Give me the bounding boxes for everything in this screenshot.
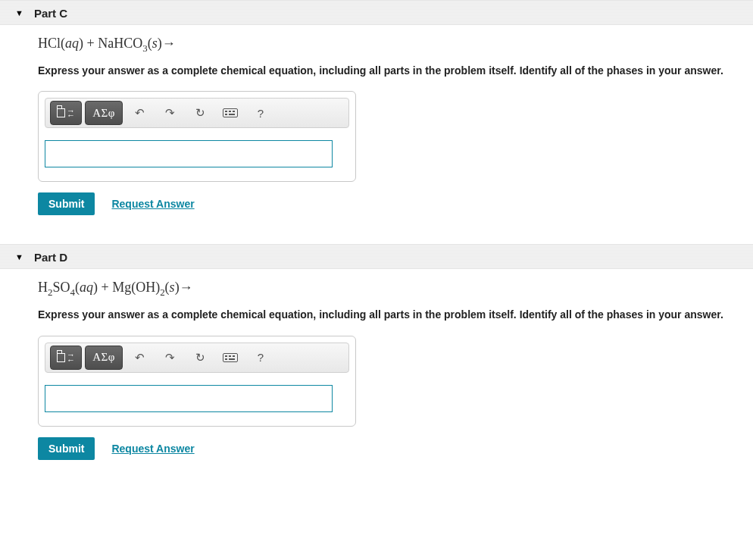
- undo-icon: ↶: [135, 106, 145, 120]
- equation: H2SO4(aq) + Mg(OH)2(s)→: [38, 280, 738, 299]
- instructions: Express your answer as a complete chemic…: [38, 308, 735, 322]
- chem-template-icon: →←: [57, 108, 75, 118]
- part-d-body: H2SO4(aq) + Mg(OH)2(s)→ Express your ans…: [0, 269, 753, 473]
- action-row: Submit Request Answer: [38, 437, 738, 460]
- answer-input-box: →← ΑΣφ ↶ ↷ ↻ ?: [38, 336, 356, 427]
- caret-down-icon: ▼: [15, 9, 23, 17]
- chem-template-icon: →←: [57, 352, 75, 362]
- equation: HCl(aq) + NaHCO3(s)→: [38, 36, 738, 55]
- help-icon: ?: [258, 107, 264, 120]
- action-row: Submit Request Answer: [38, 192, 738, 215]
- request-answer-link[interactable]: Request Answer: [111, 443, 194, 455]
- part-d: ▼ Part D H2SO4(aq) + Mg(OH)2(s)→ Express…: [0, 244, 753, 473]
- instructions: Express your answer as a complete chemic…: [38, 64, 735, 78]
- redo-icon: ↷: [165, 106, 175, 120]
- submit-button[interactable]: Submit: [38, 437, 95, 460]
- undo-button[interactable]: ↶: [126, 101, 153, 125]
- greek-symbols-button[interactable]: ΑΣφ: [85, 101, 123, 125]
- redo-button[interactable]: ↷: [156, 346, 183, 370]
- part-title: Part C: [34, 7, 67, 20]
- editor-toolbar: →← ΑΣφ ↶ ↷ ↻ ?: [45, 343, 349, 373]
- part-title: Part D: [34, 251, 67, 264]
- redo-button[interactable]: ↷: [156, 101, 183, 125]
- part-c: ▼ Part C HCl(aq) + NaHCO3(s)→ Express yo…: [0, 0, 753, 229]
- undo-icon: ↶: [135, 351, 145, 364]
- submit-button[interactable]: Submit: [38, 192, 95, 215]
- reset-button[interactable]: ↻: [186, 346, 214, 370]
- undo-button[interactable]: ↶: [126, 346, 153, 370]
- chem-template-button[interactable]: →←: [50, 346, 82, 370]
- answer-input-box: →← ΑΣφ ↶ ↷ ↻ ?: [38, 91, 356, 182]
- keyboard-icon: [223, 353, 238, 362]
- chem-template-button[interactable]: →←: [50, 101, 82, 125]
- reset-button[interactable]: ↻: [186, 101, 214, 125]
- answer-input[interactable]: [45, 385, 333, 412]
- help-button[interactable]: ?: [247, 346, 274, 370]
- reset-icon: ↻: [195, 106, 205, 120]
- editor-toolbar: →← ΑΣφ ↶ ↷ ↻ ?: [45, 98, 349, 128]
- help-button[interactable]: ?: [247, 101, 274, 125]
- keyboard-button[interactable]: [217, 101, 244, 125]
- part-c-header[interactable]: ▼ Part C: [0, 0, 753, 25]
- help-icon: ?: [258, 351, 264, 364]
- part-d-header[interactable]: ▼ Part D: [0, 244, 753, 269]
- redo-icon: ↷: [165, 351, 175, 364]
- keyboard-icon: [223, 108, 238, 117]
- answer-input[interactable]: [45, 140, 333, 167]
- reset-icon: ↻: [195, 351, 205, 364]
- request-answer-link[interactable]: Request Answer: [111, 198, 194, 210]
- part-c-body: HCl(aq) + NaHCO3(s)→ Express your answer…: [0, 25, 753, 229]
- caret-down-icon: ▼: [15, 253, 23, 261]
- keyboard-button[interactable]: [217, 346, 244, 370]
- greek-symbols-button[interactable]: ΑΣφ: [85, 346, 123, 370]
